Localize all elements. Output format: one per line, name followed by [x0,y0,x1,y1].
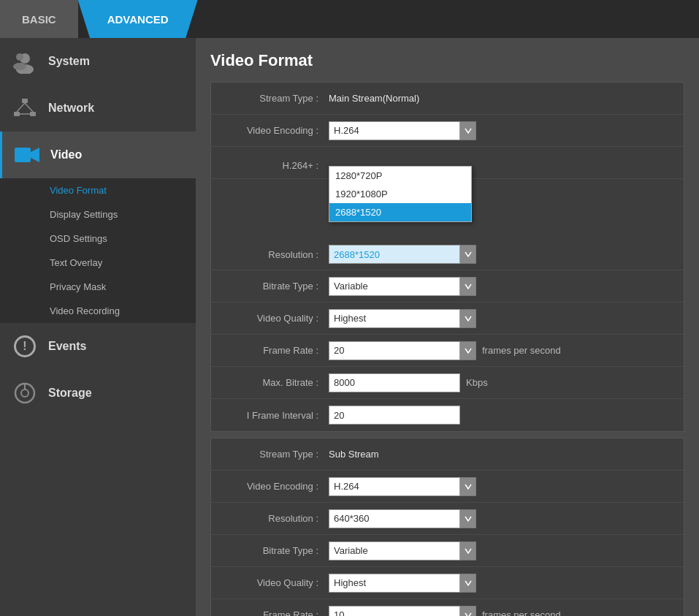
main-max-bitrate-input[interactable] [329,373,460,392]
events-icon: ! [12,333,38,360]
sub-stream-type-row: Stream Type : Sub Stream [211,438,684,471]
video-icon [14,142,40,168]
svg-point-3 [13,63,26,70]
sub-frame-rate-label: Frame Rate : [223,609,329,616]
main-resolution-dropdown[interactable] [329,245,476,264]
main-video-encoding-dropdown[interactable] [329,121,476,140]
network-icon [12,95,38,121]
main-bitrate-type-label: Bitrate Type : [223,281,329,292]
main-i-frame-row: I Frame Interval : [211,399,684,431]
sub-stream-section: Stream Type : Sub Stream Video Encoding … [210,438,684,616]
sub-resolution-dropdown[interactable] [329,509,476,528]
main-max-bitrate-row: Max. Bitrate : Kbps [211,367,684,399]
resolution-dropdown-popup[interactable]: 1280*720P 1920*1080P 2688*1520 [329,166,472,222]
svg-point-2 [16,53,23,61]
svg-point-13 [21,389,28,397]
main-h264plus-label: H.264+ : [223,160,329,171]
sub-stream-type-value: Sub Stream [329,449,379,460]
video-submenu: Video Format Display Settings OSD Settin… [0,178,196,323]
main-video-quality-input[interactable] [329,309,460,328]
main-resolution-btn[interactable] [460,245,476,264]
main-video-quality-label: Video Quality : [223,313,329,324]
main-frame-rate-btn[interactable] [460,341,476,360]
sub-stream-type-label: Stream Type : [223,449,329,460]
tab-basic[interactable]: BASIC [0,0,78,38]
main-video-quality-btn[interactable] [460,309,476,328]
resolution-option-1080p[interactable]: 1920*1080P [329,185,471,203]
main-h264plus-row: H.264+ : 1280*720P 1920*1080P 2688*1520 [211,147,684,179]
main-bitrate-type-dropdown[interactable] [329,277,476,296]
main-max-bitrate-label: Max. Bitrate : [223,377,329,388]
sidebar-sub-privacy-mask[interactable]: Privacy Mask [0,275,196,299]
tab-advanced[interactable]: ADVANCED [78,0,198,38]
main-frame-rate-label: Frame Rate : [223,345,329,356]
sidebar-sub-video-format[interactable]: Video Format [0,178,196,202]
svg-line-8 [25,103,33,112]
resolution-option-720p[interactable]: 1280*720P [329,167,471,185]
sub-video-quality-dropdown[interactable] [329,574,476,593]
sub-video-quality-label: Video Quality : [223,577,329,588]
sub-video-encoding-input[interactable] [329,477,460,496]
page-title: Video Format [210,51,684,70]
sub-frame-rate-btn[interactable] [460,606,476,617]
sub-resolution-input[interactable] [329,509,460,528]
main-frame-rate-row: Frame Rate : frames per second [211,335,684,367]
sub-bitrate-type-btn[interactable] [460,541,476,560]
system-icon [12,48,38,75]
svg-rect-4 [22,99,28,103]
events-label: Events [48,340,86,353]
sub-resolution-row: Resolution : [211,503,684,535]
sub-video-encoding-dropdown[interactable] [329,477,476,496]
main-content: Video Format Stream Type : Main Stream(N… [196,38,699,616]
sidebar-sub-text-overlay[interactable]: Text Overlay [0,251,196,275]
main-layout: System Network [0,38,699,616]
sidebar-sub-display-settings[interactable]: Display Settings [0,202,196,227]
sidebar: System Network [0,38,196,616]
sub-bitrate-type-input[interactable] [329,541,460,560]
sub-bitrate-type-row: Bitrate Type : [211,535,684,567]
resolution-option-1520p[interactable]: 2688*1520 [329,203,471,221]
sub-video-quality-input[interactable] [329,574,460,593]
main-i-frame-input[interactable] [329,406,460,425]
sub-resolution-label: Resolution : [223,513,329,524]
sidebar-item-system[interactable]: System [0,38,196,85]
svg-line-7 [17,103,25,112]
sub-frame-rate-dropdown[interactable] [329,606,476,617]
system-label: System [48,55,90,68]
sub-video-encoding-row: Video Encoding : [211,471,684,503]
sub-frame-rate-input[interactable] [329,606,460,617]
video-label: Video [50,148,82,161]
main-bitrate-type-btn[interactable] [460,277,476,296]
storage-icon [12,380,38,406]
sidebar-item-network[interactable]: Network [0,85,196,132]
sub-bitrate-type-dropdown[interactable] [329,541,476,560]
main-video-encoding-input[interactable] [329,121,460,140]
main-video-quality-dropdown[interactable] [329,309,476,328]
sidebar-item-events[interactable]: ! Events [0,323,196,370]
main-stream-type-label: Stream Type : [223,93,329,104]
sidebar-item-video[interactable]: Video [0,132,196,178]
sidebar-sub-osd-settings[interactable]: OSD Settings [0,227,196,251]
main-frame-rate-dropdown[interactable] [329,341,476,360]
network-label: Network [48,102,94,115]
main-bitrate-type-row: Bitrate Type : [211,270,684,303]
sub-frame-rate-row: Frame Rate : frames per second [211,599,684,616]
sidebar-item-storage[interactable]: Storage [0,370,196,417]
main-video-encoding-label: Video Encoding : [223,125,329,136]
sub-video-quality-row: Video Quality : [211,567,684,599]
main-resolution-input[interactable] [329,245,460,264]
main-video-encoding-row: Video Encoding : [211,115,684,147]
svg-marker-11 [31,148,39,162]
main-video-encoding-btn[interactable] [460,121,476,140]
main-frame-rate-input[interactable] [329,341,460,360]
sub-video-encoding-btn[interactable] [460,477,476,496]
sub-video-encoding-label: Video Encoding : [223,481,329,492]
sidebar-sub-video-recording[interactable]: Video Recording [0,299,196,323]
top-tab-bar: BASIC ADVANCED [0,0,699,38]
sub-video-quality-btn[interactable] [460,574,476,593]
main-bitrate-type-input[interactable] [329,277,460,296]
sub-resolution-btn[interactable] [460,509,476,528]
main-video-quality-row: Video Quality : [211,303,684,335]
svg-rect-10 [15,148,31,162]
storage-label: Storage [48,387,92,400]
